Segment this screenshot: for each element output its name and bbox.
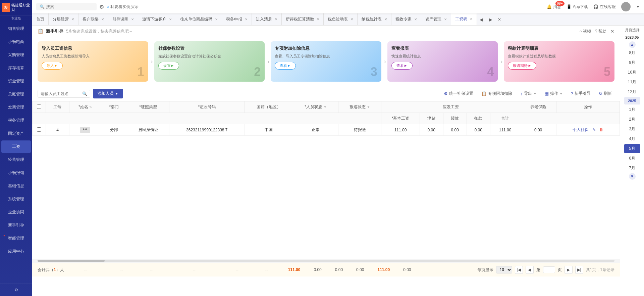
scroll-track[interactable] bbox=[38, 260, 614, 262]
scroll-thumb[interactable] bbox=[38, 260, 105, 262]
sidebar-item-app-center[interactable]: 应用中心 bbox=[1, 245, 31, 258]
sidebar-item-system[interactable]: 系统管理 bbox=[1, 193, 31, 205]
sidebar-item-enterprise[interactable]: 企业协同 bbox=[1, 206, 31, 218]
demo-link[interactable]: ○ 我要看实例演示 bbox=[107, 4, 139, 10]
tab-guide-desc[interactable]: 引导说明 ✕ bbox=[108, 13, 138, 26]
month-item-12[interactable]: 12月 bbox=[624, 87, 640, 96]
refresh-btn[interactable]: ↻ 刷新 bbox=[596, 89, 614, 98]
tab-invite[interactable]: 邀请下游客户 ✕ bbox=[138, 13, 176, 26]
row-checkbox[interactable] bbox=[37, 127, 41, 132]
step-5-btn[interactable]: 敬请期待► bbox=[508, 62, 536, 70]
sidebar-settings[interactable]: ⚙ bbox=[1, 284, 31, 296]
online-service-btn[interactable]: 🎧 在线客服 bbox=[593, 4, 616, 10]
app-download-btn[interactable]: 📱 App下载 bbox=[567, 4, 588, 10]
tab-home[interactable]: 首页 bbox=[32, 13, 49, 26]
row-checkbox-cell[interactable] bbox=[33, 124, 46, 136]
select-all-checkbox[interactable] bbox=[37, 104, 41, 109]
sidebar-item-purchase[interactable]: 采购管理 bbox=[1, 49, 31, 61]
row-personal-insurance-link[interactable]: 个人社保 bbox=[573, 127, 589, 132]
month-item-6[interactable]: 6月 bbox=[624, 154, 640, 163]
sidebar-item-capital[interactable]: 资金管理 bbox=[1, 75, 31, 87]
step-2-btn[interactable]: 设置► bbox=[158, 62, 179, 70]
month-item-7[interactable]: 7月 bbox=[624, 164, 640, 173]
sidebar-item-smart[interactable]: 智能管理 bbox=[1, 232, 31, 245]
status-filter-icon[interactable]: ▼ bbox=[323, 105, 327, 109]
add-employee-btn[interactable]: 添加人员 ▼ bbox=[93, 89, 123, 98]
page-prev-btn[interactable]: ◀ bbox=[526, 266, 534, 274]
tab-tax-return[interactable]: 税务申报 ✕ bbox=[222, 13, 252, 26]
page-input[interactable]: 1 bbox=[543, 266, 555, 273]
header-search-input[interactable] bbox=[46, 4, 86, 9]
tab-close-tax-expert[interactable]: ✕ bbox=[414, 17, 417, 21]
sidebar-item-operations[interactable]: 经营管理 bbox=[1, 154, 31, 166]
month-item-11[interactable]: 11月 bbox=[624, 78, 640, 87]
tab-tax-expert[interactable]: 税收专家 ✕ bbox=[391, 13, 421, 26]
sidebar-item-inventory[interactable]: 库存核算 bbox=[1, 62, 31, 74]
sidebar-item-tax[interactable]: 税务管理 bbox=[1, 114, 31, 127]
new-guide-btn[interactable]: ? 新手引导 bbox=[568, 89, 593, 98]
employee-search-input[interactable] bbox=[41, 91, 81, 96]
tab-close-all-btn[interactable]: ✕ bbox=[495, 17, 504, 22]
tab-asset-mgmt[interactable]: 资产管理 ✕ bbox=[421, 13, 451, 26]
guide-close-btn[interactable]: ✕ bbox=[610, 29, 614, 34]
row-edit-icon[interactable]: ✎ bbox=[592, 127, 596, 132]
month-item-5[interactable]: 5月 bbox=[624, 144, 640, 153]
page-first-btn[interactable]: |◀ bbox=[515, 266, 523, 274]
sidebar-item-ecommerce[interactable]: 小畅电商 bbox=[1, 36, 31, 48]
tab-tax-stats[interactable]: 纳税统计表 ✕ bbox=[358, 13, 391, 26]
page-size-select[interactable]: 10 20 50 bbox=[496, 266, 512, 273]
tab-tax-relief[interactable]: 税负波动表 ✕ bbox=[324, 13, 358, 26]
month-year-badge[interactable]: 2025 bbox=[624, 97, 640, 104]
guide-video-link[interactable]: ○ 视频 bbox=[579, 29, 591, 34]
tab-product-code[interactable]: 往来单位商品编码 ✕ bbox=[176, 13, 222, 26]
sidebar-logo[interactable]: 好 畅捷通好业财 bbox=[0, 0, 32, 15]
tab-close-income-tax[interactable]: ✕ bbox=[317, 17, 319, 21]
month-item-9[interactable]: 9月 bbox=[624, 58, 640, 67]
page-last-btn[interactable]: ▶| bbox=[575, 266, 583, 274]
operations-btn[interactable]: ▦ 操作 ▼ bbox=[542, 89, 566, 98]
sidebar-item-assets[interactable]: 固定资产 bbox=[1, 127, 31, 140]
step-1-btn[interactable]: 导入► bbox=[42, 62, 63, 70]
month-down-btn[interactable]: ▼ bbox=[629, 173, 636, 180]
guide-help-link[interactable]: ? 帮助 bbox=[595, 29, 606, 34]
tab-close-clear[interactable]: ✕ bbox=[275, 17, 277, 21]
search-submit-icon[interactable]: 🔍 bbox=[82, 91, 87, 96]
month-item-10[interactable]: 10月 bbox=[624, 68, 640, 77]
month-item-1[interactable]: 1月 bbox=[624, 105, 640, 114]
tab-prev-btn[interactable]: ◀ bbox=[477, 13, 486, 26]
tab-close-tax-stats[interactable]: ✕ bbox=[384, 17, 387, 21]
tab-close-tax-relief[interactable]: ✕ bbox=[351, 17, 353, 21]
tab-salary-sheet[interactable]: 工资表 ✕ bbox=[451, 13, 477, 26]
month-item-8[interactable]: 8月 bbox=[624, 48, 640, 57]
step-4-btn[interactable]: 查看► bbox=[391, 62, 413, 70]
unified-setting-btn[interactable]: ⚙ 统一社保设置 bbox=[441, 89, 476, 98]
month-item-3[interactable]: 3月 bbox=[624, 125, 640, 134]
page-next-btn[interactable]: ▶ bbox=[565, 266, 573, 274]
step-3-btn[interactable]: 查看► bbox=[275, 62, 296, 70]
tab-next-btn[interactable]: ▶ bbox=[486, 13, 495, 26]
user-avatar[interactable] bbox=[621, 2, 631, 11]
sidebar-item-guide[interactable]: 新手引导 bbox=[1, 219, 31, 231]
horizontal-scrollbar[interactable] bbox=[32, 259, 620, 263]
message-btn[interactable]: 🔔 消息 99+ bbox=[547, 4, 561, 10]
report-status-filter-icon[interactable]: ▼ bbox=[367, 105, 370, 109]
special-deduct-btn[interactable]: 📋 专项附加扣除 bbox=[479, 89, 515, 98]
sidebar-item-basic[interactable]: 基础信息 bbox=[1, 180, 31, 192]
tab-close-invite[interactable]: ✕ bbox=[169, 17, 172, 21]
employee-search-box[interactable]: 🔍 bbox=[38, 90, 90, 98]
tab-close-product-code[interactable]: ✕ bbox=[215, 17, 218, 21]
tab-close-asset-mgmt[interactable]: ✕ bbox=[444, 17, 447, 21]
sidebar-item-invoice[interactable]: 发票管理 bbox=[1, 101, 31, 114]
tab-clear[interactable]: 进入清册 ✕ bbox=[252, 13, 282, 26]
row-delete-icon[interactable]: 🗑 bbox=[599, 127, 603, 132]
tab-income-tax[interactable]: 所得税汇算清缴 ✕ bbox=[282, 13, 324, 26]
tab-partition[interactable]: 分层经营 ✕ bbox=[49, 13, 78, 26]
user-menu-btn[interactable]: ▼ bbox=[636, 4, 640, 9]
sidebar-item-marketing[interactable]: 小畅报销 bbox=[1, 167, 31, 179]
month-item-2[interactable]: 2月 bbox=[624, 115, 640, 124]
tab-close-customer[interactable]: ✕ bbox=[101, 17, 104, 21]
month-up-btn[interactable]: ▲ bbox=[629, 41, 636, 48]
tab-close-partition[interactable]: ✕ bbox=[71, 17, 74, 21]
month-item-4[interactable]: 4月 bbox=[624, 134, 640, 143]
sidebar-item-sales[interactable]: 销售管理 bbox=[1, 23, 31, 35]
